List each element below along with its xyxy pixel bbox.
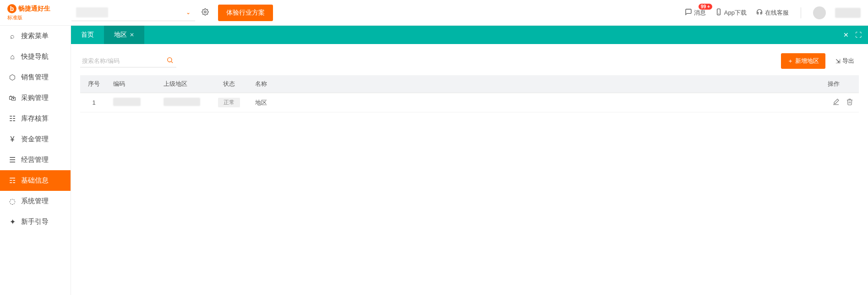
add-region-button[interactable]: ＋新增地区 bbox=[781, 53, 825, 69]
cog-icon: ◌ bbox=[8, 197, 16, 206]
home-icon: ⌂ bbox=[8, 53, 16, 61]
cell-status: 正常 bbox=[208, 93, 250, 112]
star-icon: ✦ bbox=[8, 217, 16, 226]
experience-button[interactable]: 体验行业方案 bbox=[218, 5, 273, 21]
col-seq: 序号 bbox=[80, 75, 108, 93]
cell-code bbox=[108, 93, 158, 112]
svg-point-0 bbox=[204, 11, 206, 13]
logo-text: 畅捷通好生 bbox=[18, 5, 50, 13]
divider bbox=[801, 7, 801, 18]
content: ＋新增地区 ⇲导出 序号 编码 上级地区 状态 名称 操作 bbox=[71, 44, 868, 295]
sidebar-item-inventory[interactable]: ☷库存核算 bbox=[0, 108, 71, 129]
col-name: 名称 bbox=[250, 75, 808, 93]
table-row: 1 正常 地区 bbox=[80, 93, 859, 112]
sidebar-item-label: 快捷导航 bbox=[21, 52, 49, 61]
status-tag: 正常 bbox=[218, 98, 240, 107]
company-selector[interactable]: ⌄ bbox=[71, 5, 195, 21]
plus-icon: ＋ bbox=[787, 57, 793, 65]
search-icon: ⌕ bbox=[8, 32, 16, 40]
sidebar-item-basicinfo[interactable]: ☶基础信息 bbox=[0, 170, 71, 191]
sidebar-item-guide[interactable]: ✦新手引导 bbox=[0, 212, 71, 232]
gear-icon[interactable] bbox=[202, 8, 209, 17]
sidebar-item-label: 库存核算 bbox=[21, 114, 49, 123]
logo-icon: b bbox=[7, 4, 16, 13]
edit-icon[interactable] bbox=[832, 100, 841, 107]
username-blur bbox=[835, 8, 861, 18]
svg-line-4 bbox=[171, 61, 173, 63]
cell-name: 地区 bbox=[250, 93, 808, 112]
list-icon: ☰ bbox=[8, 156, 16, 164]
warehouse-icon: ☷ bbox=[8, 114, 16, 123]
support-label: 在线客服 bbox=[765, 9, 789, 17]
tab-label: 地区 bbox=[114, 31, 127, 39]
col-ops: 操作 bbox=[808, 75, 859, 93]
sidebar-item-label: 系统管理 bbox=[21, 197, 49, 206]
sidebar-item-label: 基础信息 bbox=[21, 176, 49, 185]
company-name-blur bbox=[76, 7, 108, 17]
diamond-icon: ⬡ bbox=[8, 73, 16, 82]
sidebar-item-finance[interactable]: ¥资金管理 bbox=[0, 129, 71, 150]
search-input[interactable] bbox=[80, 55, 164, 67]
sidebar-item-label: 新手引导 bbox=[21, 217, 49, 226]
add-label: 新增地区 bbox=[795, 57, 819, 65]
sidebar-item-search[interactable]: ⌕搜索菜单 bbox=[0, 26, 71, 46]
avatar[interactable] bbox=[813, 6, 826, 19]
sidebar-item-sales[interactable]: ⬡销售管理 bbox=[0, 67, 71, 88]
cell-ops bbox=[808, 93, 859, 112]
cell-parent bbox=[158, 93, 208, 112]
sidebar-item-purchase[interactable]: 🛍采购管理 bbox=[0, 88, 71, 108]
app-download-label: App下载 bbox=[724, 9, 747, 17]
col-parent: 上级地区 bbox=[158, 75, 208, 93]
sidebar-item-label: 经营管理 bbox=[21, 156, 49, 164]
bag-icon: 🛍 bbox=[8, 94, 16, 102]
cell-seq: 1 bbox=[80, 93, 108, 112]
sidebar-item-operation[interactable]: ☰经营管理 bbox=[0, 150, 71, 170]
sidebar-item-system[interactable]: ◌系统管理 bbox=[0, 191, 71, 212]
chevron-down-icon: ⌄ bbox=[186, 9, 191, 16]
delete-icon[interactable] bbox=[846, 100, 853, 107]
tab-region[interactable]: 地区 ✕ bbox=[104, 26, 144, 44]
sidebar: ⌕搜索菜单 ⌂快捷导航 ⬡销售管理 🛍采购管理 ☷库存核算 ¥资金管理 ☰经营管… bbox=[0, 26, 71, 295]
close-all-icon[interactable]: ✕ bbox=[843, 31, 849, 39]
message-icon bbox=[685, 8, 692, 17]
support-link[interactable]: 在线客服 bbox=[756, 8, 789, 17]
tabs: 首页 地区 ✕ ✕ ⛶ bbox=[71, 26, 868, 44]
svg-point-3 bbox=[168, 57, 172, 61]
header: b 畅捷通好生 标准版 ⌄ 体验行业方案 消息 99 + bbox=[0, 0, 868, 26]
search-icon[interactable] bbox=[164, 56, 176, 66]
messages-badge: 99 + bbox=[699, 4, 712, 10]
export-button[interactable]: ⇲导出 bbox=[831, 53, 859, 69]
region-table: 序号 编码 上级地区 状态 名称 操作 1 正常 bbox=[80, 75, 859, 112]
col-code: 编码 bbox=[108, 75, 158, 93]
card-icon: ☶ bbox=[8, 176, 16, 185]
money-icon: ¥ bbox=[8, 135, 16, 144]
sidebar-item-label: 搜索菜单 bbox=[21, 32, 49, 40]
close-icon[interactable]: ✕ bbox=[130, 32, 134, 38]
fullscreen-icon[interactable]: ⛶ bbox=[855, 31, 862, 39]
export-label: 导出 bbox=[842, 57, 854, 65]
sidebar-item-label: 采购管理 bbox=[21, 94, 49, 102]
messages-link[interactable]: 消息 99 + bbox=[685, 8, 706, 17]
export-icon: ⇲ bbox=[835, 58, 841, 65]
toolbar: ＋新增地区 ⇲导出 bbox=[80, 53, 859, 69]
tab-label: 首页 bbox=[81, 31, 94, 39]
col-status: 状态 bbox=[208, 75, 250, 93]
sidebar-item-quicknav[interactable]: ⌂快捷导航 bbox=[0, 46, 71, 67]
app-download-link[interactable]: App下载 bbox=[715, 8, 747, 17]
sidebar-item-label: 资金管理 bbox=[21, 135, 49, 144]
search-box bbox=[80, 55, 176, 67]
headset-icon bbox=[756, 8, 763, 17]
tab-home[interactable]: 首页 bbox=[71, 26, 104, 44]
edition-label: 标准版 bbox=[7, 14, 71, 21]
logo: b 畅捷通好生 标准版 bbox=[7, 4, 71, 21]
sidebar-item-label: 销售管理 bbox=[21, 73, 49, 82]
mobile-icon bbox=[715, 8, 722, 17]
messages-label: 消息 bbox=[694, 9, 706, 17]
svg-rect-1 bbox=[717, 9, 721, 15]
